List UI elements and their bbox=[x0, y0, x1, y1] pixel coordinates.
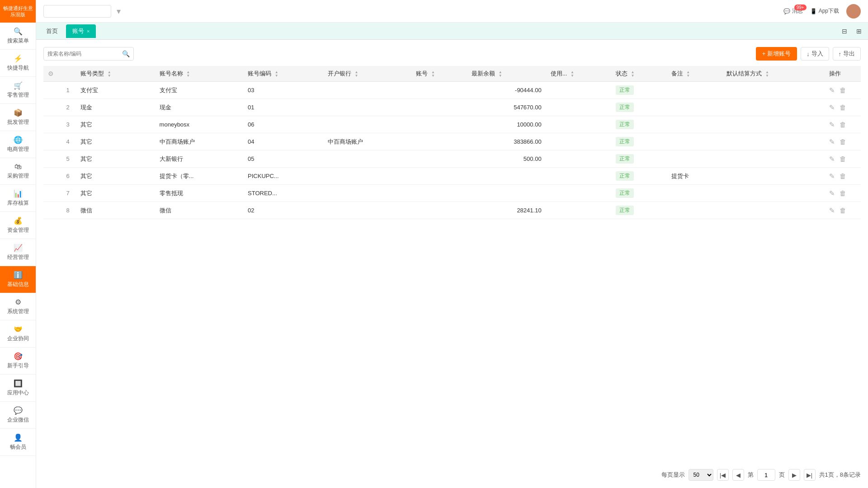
delete-button[interactable]: 🗑 bbox=[840, 121, 846, 128]
search-icon[interactable]: 🔍 bbox=[122, 50, 130, 57]
sidebar-item-sys-mgmt[interactable]: ⚙ 系统管理 bbox=[0, 293, 36, 320]
page-last-button[interactable]: ▶| bbox=[804, 469, 816, 481]
sidebar-item-ecommerce-mgmt[interactable]: 🌐 电商管理 bbox=[0, 131, 36, 158]
row-ops: ✎ 🗑 bbox=[825, 168, 861, 185]
sidebar-item-app-center[interactable]: 🔲 应用中心 bbox=[0, 375, 36, 402]
message-button[interactable]: 💬 消息 99+ bbox=[783, 7, 803, 15]
sort-bank-icon: ▲▼ bbox=[354, 70, 358, 78]
sort-balance-icon: ▲▼ bbox=[499, 70, 502, 78]
row-default-settle bbox=[722, 116, 825, 133]
col-status[interactable]: 状态 ▲▼ bbox=[611, 66, 667, 82]
row-bank bbox=[323, 202, 411, 219]
wholesale-mgmt-icon: 📦 bbox=[14, 108, 23, 117]
row-default-settle bbox=[722, 150, 825, 168]
sidebar-label-purchase-mgmt: 采购管理 bbox=[7, 172, 29, 180]
edit-button[interactable]: ✎ bbox=[829, 103, 835, 111]
sidebar-item-ops-mgmt[interactable]: 📈 经营管理 bbox=[0, 239, 36, 266]
edit-button[interactable]: ✎ bbox=[829, 155, 835, 163]
sort-code-icon: ▲▼ bbox=[275, 70, 278, 78]
tab-expand-button[interactable]: ⊞ bbox=[854, 26, 864, 37]
row-usage bbox=[546, 99, 611, 116]
tab-account-close[interactable]: × bbox=[87, 28, 90, 34]
delete-button[interactable]: 🗑 bbox=[840, 189, 846, 197]
tab-home[interactable]: 首页 bbox=[40, 24, 64, 38]
sidebar-item-wholesale-mgmt[interactable]: 📦 批发管理 bbox=[0, 104, 36, 131]
tab-minimize-button[interactable]: ⊟ bbox=[839, 26, 850, 37]
row-bank bbox=[323, 82, 411, 99]
row-default-settle bbox=[722, 168, 825, 185]
sort-account-icon: ▲▼ bbox=[431, 70, 435, 78]
table-settings-icon[interactable]: ⚙ bbox=[48, 70, 54, 77]
edit-button[interactable]: ✎ bbox=[829, 138, 835, 145]
user-avatar[interactable] bbox=[846, 4, 861, 19]
sidebar-item-basic-info[interactable]: ℹ️ 基础信息 bbox=[0, 266, 36, 293]
col-default-settle[interactable]: 默认结算方式 ▲▼ bbox=[722, 66, 825, 82]
row-type: 微信 bbox=[76, 202, 155, 219]
sidebar-item-new-guide[interactable]: 🎯 新手引导 bbox=[0, 347, 36, 375]
row-num: 8 bbox=[60, 202, 76, 219]
row-status: 正常 bbox=[611, 116, 667, 133]
sidebar-item-capital-mgmt[interactable]: 💰 资金管理 bbox=[0, 212, 36, 239]
sidebar-item-quick-nav[interactable]: ⚡ 快捷导航 bbox=[0, 50, 36, 77]
row-status: 正常 bbox=[611, 82, 667, 99]
row-name: 大新银行 bbox=[155, 150, 243, 168]
edit-button[interactable]: ✎ bbox=[829, 121, 835, 128]
row-bank bbox=[323, 150, 411, 168]
header-dropdown-icon[interactable]: ▾ bbox=[117, 6, 121, 16]
col-code[interactable]: 账号编码 ▲▼ bbox=[243, 66, 323, 82]
row-balance: 547670.00 bbox=[467, 99, 546, 116]
sidebar-item-search-menu[interactable]: 🔍 搜索菜单 bbox=[0, 23, 36, 50]
sidebar-label-search-menu: 搜索菜单 bbox=[7, 37, 29, 45]
sidebar-item-purchase-mgmt[interactable]: 🛍 采购管理 bbox=[0, 158, 36, 185]
row-remark: 提货卡 bbox=[667, 168, 722, 185]
page-size-select[interactable]: 50 20 100 bbox=[689, 469, 713, 481]
row-code: 01 bbox=[243, 99, 323, 116]
edit-button[interactable]: ✎ bbox=[829, 206, 835, 214]
sidebar-item-retail-mgmt[interactable]: 🛒 零售管理 bbox=[0, 77, 36, 104]
row-code: 03 bbox=[243, 82, 323, 99]
export-button[interactable]: ↑ 导出 bbox=[833, 47, 861, 61]
delete-button[interactable]: 🗑 bbox=[840, 172, 846, 180]
sidebar-label-member: 畅会员 bbox=[10, 443, 26, 451]
row-account bbox=[411, 133, 467, 150]
row-name: 零售抵现 bbox=[155, 185, 243, 202]
app-download-button[interactable]: 📱 App下载 bbox=[810, 7, 839, 15]
sidebar-item-member[interactable]: 👤 畅会员 bbox=[0, 429, 36, 456]
sidebar-item-inventory[interactable]: 📊 库存核算 bbox=[0, 185, 36, 212]
page-prev-button[interactable]: ◀ bbox=[732, 469, 744, 481]
sidebar-item-corp-wechat[interactable]: 💬 企业微信 bbox=[0, 402, 36, 429]
new-account-button[interactable]: + 新增账号 bbox=[756, 47, 797, 61]
delete-button[interactable]: 🗑 bbox=[840, 86, 846, 94]
sidebar-label-ops-mgmt: 经营管理 bbox=[7, 253, 29, 261]
col-remark[interactable]: 备注 ▲▼ bbox=[667, 66, 722, 82]
edit-button[interactable]: ✎ bbox=[829, 172, 835, 180]
col-balance[interactable]: 最新余额 ▲▼ bbox=[467, 66, 546, 82]
page-next-button[interactable]: ▶ bbox=[788, 469, 800, 481]
sidebar-label-basic-info: 基础信息 bbox=[7, 281, 29, 288]
sidebar-item-corp-agreement[interactable]: 🤝 企业协同 bbox=[0, 320, 36, 347]
tab-account[interactable]: 账号 × bbox=[66, 24, 96, 38]
import-button[interactable]: ↓ 导入 bbox=[801, 47, 829, 61]
row-name: 中百商场账户 bbox=[155, 133, 243, 150]
row-num: 5 bbox=[60, 150, 76, 168]
page-first-button[interactable]: |◀ bbox=[717, 469, 729, 481]
header-right: 💬 消息 99+ 📱 App下载 bbox=[783, 4, 861, 19]
col-usage[interactable]: 使用... ▲▼ bbox=[546, 66, 611, 82]
delete-button[interactable]: 🗑 bbox=[840, 206, 846, 214]
row-ops: ✎ 🗑 bbox=[825, 202, 861, 219]
col-account[interactable]: 账号 ▲▼ bbox=[411, 66, 467, 82]
delete-button[interactable]: 🗑 bbox=[840, 155, 846, 163]
col-name[interactable]: 账号名称 ▲▼ bbox=[155, 66, 243, 82]
delete-button[interactable]: 🗑 bbox=[840, 138, 846, 145]
page-number-input[interactable] bbox=[757, 469, 775, 481]
row-remark bbox=[667, 185, 722, 202]
edit-button[interactable]: ✎ bbox=[829, 86, 835, 94]
row-account bbox=[411, 168, 467, 185]
header-search-input[interactable] bbox=[43, 5, 111, 18]
col-bank[interactable]: 开户银行 ▲▼ bbox=[323, 66, 411, 82]
edit-button[interactable]: ✎ bbox=[829, 189, 835, 197]
table-row: 6 其它 提货卡（零... PICKUPC... 正常 提货卡 ✎ 🗑 bbox=[43, 168, 861, 185]
search-input[interactable] bbox=[47, 51, 122, 57]
col-type[interactable]: 账号类型 ▲▼ bbox=[76, 66, 155, 82]
delete-button[interactable]: 🗑 bbox=[840, 103, 846, 111]
